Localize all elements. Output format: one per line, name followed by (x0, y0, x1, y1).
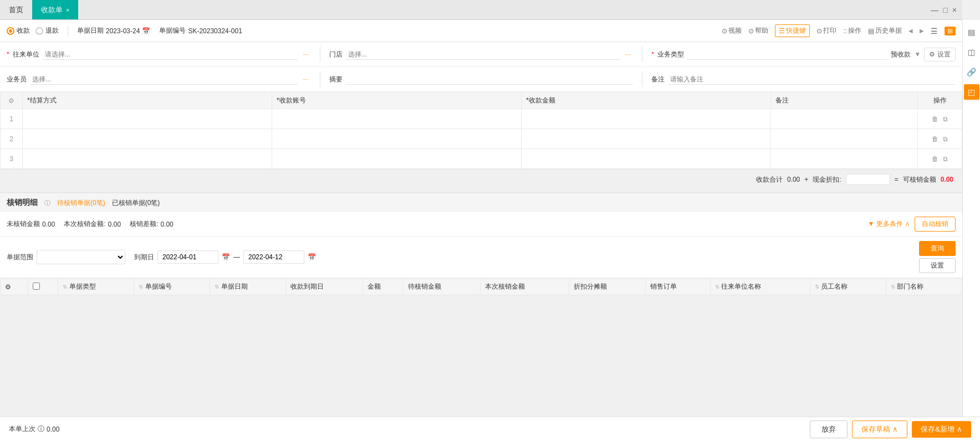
row-1-account[interactable] (272, 109, 522, 129)
col-doc-type: ⇅ 单据类型 (58, 279, 134, 295)
row-2-settlement[interactable] (23, 129, 272, 149)
shortcut-btn[interactable]: ☰ 快捷键 (775, 24, 810, 37)
section-info-icon[interactable]: ⓘ (44, 199, 50, 207)
col-counterpart-name: ⇅ 往来单位名称 (710, 279, 810, 295)
date-field: 单据日期 2023-03-24 📅 (77, 26, 150, 35)
row-2-amount[interactable] (522, 129, 771, 149)
row-3-settlement[interactable] (23, 149, 272, 169)
toolbar-divider (68, 25, 68, 37)
business-type-input[interactable] (687, 49, 887, 60)
maximize-button[interactable]: □ (943, 6, 947, 14)
select-all-checkbox[interactable] (33, 283, 40, 290)
layout-list-icon[interactable]: ☰ (931, 27, 938, 35)
sidebar-icon-link[interactable]: 🔗 (964, 64, 979, 80)
range-select[interactable] (37, 250, 125, 264)
col-header-account: *收款账号 (272, 93, 522, 109)
date-from-input[interactable] (157, 250, 218, 264)
radio-receipt[interactable]: 收款 (7, 26, 30, 35)
pending-tag[interactable]: 待核销单据(0笔) (57, 198, 105, 208)
remark-input[interactable] (668, 74, 956, 85)
row-2-ops: 🗑 ⧉ (918, 129, 962, 149)
calendar-icon[interactable]: 📅 (142, 27, 150, 35)
sidebar-icon-active[interactable]: ◰ (964, 84, 979, 100)
abstract-label: 摘要 (329, 75, 343, 84)
tab-close-icon[interactable]: × (66, 7, 69, 13)
form-settings-btn[interactable]: ⚙ 设置 (924, 48, 956, 61)
radio-refund[interactable]: 退款 (35, 26, 59, 35)
shop-more-btn[interactable]: ··· (623, 50, 633, 58)
calendar-to-icon[interactable]: 📅 (308, 253, 316, 261)
total-label: 收款合计 (756, 175, 783, 184)
v-divider-3 (320, 71, 320, 87)
layout-grid-icon[interactable]: ⊞ (945, 27, 956, 35)
range-label: 单据范围 (7, 253, 33, 262)
row-2-copy-icon[interactable]: ⧉ (943, 135, 948, 143)
date-value: 2023-03-24 (106, 27, 140, 35)
shop-input[interactable] (346, 49, 620, 60)
staff-more-btn[interactable]: ··· (301, 75, 311, 83)
col-staff-name: ⇅ 员工名称 (810, 279, 886, 295)
col-header-amount: *收款金额 (522, 93, 771, 109)
filter-actions: 查询 设置 (919, 241, 956, 273)
row-3-account[interactable] (272, 149, 522, 169)
date-label: 单据日期 (77, 26, 104, 35)
row-3-copy-icon[interactable]: ⧉ (943, 155, 948, 163)
row-3-amount[interactable] (522, 149, 771, 169)
tab-receipts[interactable]: 收款单 × (32, 0, 78, 19)
col-settings[interactable]: ⚙ (1, 93, 23, 109)
calendar-from-icon[interactable]: 📅 (222, 253, 230, 261)
help-btn[interactable]: ⊙ 帮助 (748, 26, 768, 35)
row-2-account[interactable] (272, 129, 522, 149)
row-1-settlement[interactable] (23, 109, 272, 129)
business-type-arrow[interactable]: ▼ (914, 50, 921, 58)
shop-field: 门店 ··· (329, 49, 634, 60)
col-settings-bottom[interactable]: ⚙ (1, 279, 28, 295)
auto-offset-btn[interactable]: 自动核销 (915, 217, 956, 232)
row-1-copy-icon[interactable]: ⧉ (943, 115, 948, 123)
col-header-remark: 备注 (771, 93, 918, 109)
discount-input[interactable] (846, 174, 890, 185)
stats-row: 未核销金额 0.00 本次核销金额: 0.00 核销差额: 0.00 ▼ 更多条… (0, 212, 962, 237)
operation-btn[interactable]: :: 操作 (843, 26, 861, 35)
unclosed-label: 未核销金额 (7, 219, 40, 229)
history-btn[interactable]: ▤ 历史单据 (868, 26, 902, 35)
minimize-button[interactable]: — (931, 6, 938, 14)
row-1-delete-icon[interactable]: 🗑 (932, 115, 938, 123)
table-row: 3 🗑 ⧉ (1, 149, 962, 169)
toolbar-next-icon[interactable]: ▶ (920, 28, 924, 34)
row-3-delete-icon[interactable]: 🗑 (932, 155, 938, 163)
col-checkbox[interactable] (28, 279, 58, 295)
toolbar-prev-icon[interactable]: ◀ (908, 28, 913, 34)
more-conditions-btn[interactable]: ▼ 更多条件 ∧ (867, 219, 910, 229)
close-button[interactable]: × (952, 6, 957, 14)
done-tag[interactable]: 已核销单据(0笔) (112, 198, 160, 208)
staff-label: 业务员 (7, 75, 27, 84)
col-current-amount: 本次核销金额 (480, 279, 569, 295)
discount-label: 现金折扣: (813, 175, 841, 184)
sidebar-icon-2[interactable]: ◫ (964, 44, 979, 60)
print-btn[interactable]: ⊙ 打印 (816, 26, 836, 35)
row-3-remark[interactable] (771, 149, 918, 169)
stats-right: ▼ 更多条件 ∧ 自动核销 (867, 217, 956, 232)
counterpart-input[interactable] (43, 49, 298, 60)
video-btn[interactable]: ⊙ 视频 (722, 26, 742, 35)
row-2-delete-icon[interactable]: 🗑 (932, 135, 938, 143)
row-2-remark[interactable] (771, 129, 918, 149)
remark-label: 备注 (651, 75, 665, 84)
current-label: 本次核销金额: (64, 219, 105, 229)
staff-input[interactable] (30, 74, 298, 85)
sidebar-icon-1[interactable]: ▤ (964, 24, 979, 40)
filter-settings-btn[interactable]: 设置 (919, 258, 956, 273)
row-1-remark[interactable] (771, 109, 918, 129)
tab-home[interactable]: 首页 (0, 0, 32, 19)
counterpart-more-btn[interactable]: ··· (301, 50, 311, 58)
summary-row: 收款合计 0.00 + 现金折扣: = 可核销金额 0.00 (0, 169, 962, 189)
abstract-input[interactable] (346, 74, 634, 85)
radio-receipt-dot (7, 27, 14, 35)
counterpart-label: 往来单位 (13, 50, 39, 59)
row-1-amount[interactable] (522, 109, 771, 129)
main-toolbar: 收款 退款 单据日期 2023-03-24 📅 单据编号 SK-20230324… (0, 20, 962, 42)
query-btn[interactable]: 查询 (919, 241, 956, 256)
date-to-input[interactable] (243, 250, 304, 264)
unclosed-stat: 未核销金额 0.00 (7, 219, 55, 229)
